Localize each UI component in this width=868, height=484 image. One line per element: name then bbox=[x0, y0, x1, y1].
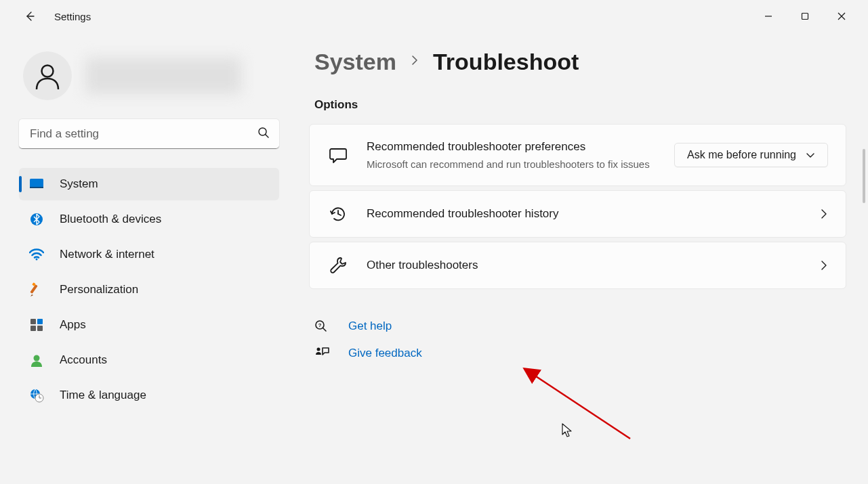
apps-icon bbox=[28, 317, 45, 333]
card-title: Recommended troubleshooter history bbox=[367, 205, 802, 223]
nav-item-apps[interactable]: Apps bbox=[19, 309, 279, 341]
paintbrush-icon bbox=[28, 282, 45, 298]
svg-point-28 bbox=[317, 348, 321, 351]
nav-item-system[interactable]: System bbox=[19, 168, 279, 200]
card-subtitle: Microsoft can recommend and run troubles… bbox=[367, 157, 657, 173]
nav-label: Network & internet bbox=[60, 248, 154, 261]
maximize-button[interactable] bbox=[789, 5, 821, 27]
help-icon: ? bbox=[314, 319, 329, 334]
nav-label: Bluetooth & devices bbox=[60, 213, 161, 226]
help-link-text: Get help bbox=[348, 320, 392, 333]
globe-clock-icon bbox=[28, 387, 45, 403]
close-icon bbox=[838, 12, 846, 20]
svg-rect-16 bbox=[30, 326, 36, 331]
arrow-left-icon bbox=[23, 9, 37, 23]
chevron-down-icon bbox=[806, 152, 815, 158]
nav-label: Personalization bbox=[60, 283, 138, 296]
svg-rect-2 bbox=[802, 14, 808, 20]
svg-point-5 bbox=[42, 66, 54, 77]
minimize-button[interactable] bbox=[753, 5, 784, 27]
nav-label: Time & language bbox=[60, 389, 146, 402]
search-icon bbox=[257, 127, 270, 141]
app-title: Settings bbox=[54, 11, 91, 22]
dropdown-label: Ask me before running bbox=[687, 149, 796, 161]
card-title: Recommended troubleshooter preferences bbox=[367, 138, 657, 156]
chevron-right-icon bbox=[410, 54, 419, 70]
wifi-icon bbox=[28, 246, 45, 263]
svg-point-11 bbox=[36, 259, 38, 261]
scrollbar[interactable] bbox=[863, 149, 865, 203]
prefs-dropdown[interactable]: Ask me before running bbox=[674, 143, 828, 167]
close-button[interactable] bbox=[826, 5, 857, 27]
user-name-blurred bbox=[85, 58, 241, 94]
card-other-troubleshooters[interactable]: Other troubleshooters bbox=[309, 242, 846, 289]
nav-label: Accounts bbox=[60, 353, 107, 367]
titlebar: Settings bbox=[0, 0, 868, 32]
display-icon bbox=[28, 176, 45, 192]
breadcrumb: System Troubleshoot bbox=[314, 49, 846, 75]
main-content: System Troubleshoot Options Recommended … bbox=[298, 32, 868, 484]
search-box bbox=[19, 119, 279, 149]
wrench-icon bbox=[327, 256, 349, 275]
sidebar: System Bluetooth & devices Network & int… bbox=[0, 32, 298, 484]
breadcrumb-current: Troubleshoot bbox=[433, 49, 579, 75]
svg-line-24 bbox=[338, 214, 341, 215]
nav-item-personalization[interactable]: Personalization bbox=[19, 273, 279, 306]
nav-item-bluetooth[interactable]: Bluetooth & devices bbox=[19, 203, 279, 236]
back-button[interactable] bbox=[16, 3, 43, 30]
svg-line-7 bbox=[266, 135, 268, 137]
user-section[interactable] bbox=[23, 51, 279, 100]
avatar bbox=[23, 51, 72, 100]
svg-text:?: ? bbox=[318, 322, 322, 328]
nav-label: Apps bbox=[60, 318, 86, 332]
history-icon bbox=[327, 204, 349, 223]
give-feedback-link[interactable]: Give feedback bbox=[314, 346, 846, 361]
svg-rect-14 bbox=[30, 319, 36, 324]
get-help-link[interactable]: ? Get help bbox=[314, 319, 846, 334]
search-input[interactable] bbox=[19, 119, 279, 149]
card-history[interactable]: Recommended troubleshooter history bbox=[309, 190, 846, 238]
svg-rect-8 bbox=[30, 179, 43, 188]
person-icon bbox=[33, 61, 62, 91]
svg-point-18 bbox=[34, 355, 40, 361]
nav-item-time-language[interactable]: Time & language bbox=[19, 379, 279, 412]
svg-rect-9 bbox=[30, 187, 43, 188]
card-title: Other troubleshooters bbox=[367, 257, 802, 274]
chevron-right-icon bbox=[820, 259, 828, 271]
help-link-text: Give feedback bbox=[348, 347, 422, 360]
feedback-icon bbox=[314, 346, 329, 361]
svg-rect-17 bbox=[37, 326, 43, 331]
breadcrumb-parent[interactable]: System bbox=[314, 49, 396, 75]
nav-item-network[interactable]: Network & internet bbox=[19, 238, 279, 271]
window-controls bbox=[753, 5, 863, 27]
nav-item-accounts[interactable]: Accounts bbox=[19, 344, 279, 376]
nav-label: System bbox=[60, 177, 98, 191]
minimize-icon bbox=[764, 12, 772, 20]
maximize-icon bbox=[801, 12, 809, 20]
svg-line-26 bbox=[323, 328, 327, 332]
nav-list: System Bluetooth & devices Network & int… bbox=[19, 168, 279, 412]
section-title: Options bbox=[314, 98, 846, 112]
chevron-right-icon bbox=[820, 208, 828, 220]
chatbubble-icon bbox=[327, 146, 349, 164]
svg-rect-15 bbox=[37, 319, 43, 324]
card-recommended-prefs: Recommended troubleshooter preferences M… bbox=[309, 124, 846, 186]
bluetooth-icon bbox=[28, 211, 45, 227]
accounts-icon bbox=[28, 352, 45, 368]
